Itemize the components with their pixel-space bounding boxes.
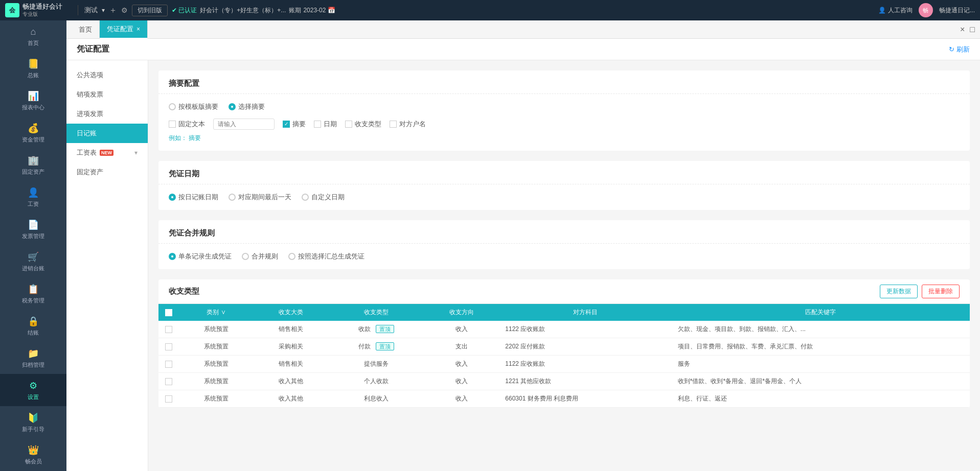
closing-icon: 🔒 [28, 316, 39, 327]
td-keyword-1: 项目、日常费用、报销款、车费、承兑汇票、付款 [672, 338, 970, 356]
sidebar-item-home[interactable]: ⌂ 首页 [0, 20, 66, 52]
tab-maximize-button[interactable]: □ [970, 25, 975, 34]
refresh-button[interactable]: ↻ 刷新 [949, 45, 970, 54]
table-row: 系统预置 销售相关 收款 置顶 收入 1122 应收账款 欠款、现金、项目款、到… [158, 321, 970, 338]
radio-journal-date[interactable]: 按日记账日期 [169, 193, 218, 202]
left-nav-fixed-assets[interactable]: 固定资产 [66, 162, 148, 182]
td-keyword-4: 利息、行证、返还 [672, 390, 970, 408]
table-row: 系统预置 收入其他 个人收款 收入 1221 其他应收款 收到*借款、收到*备用… [158, 373, 970, 390]
td-checkbox-3[interactable] [158, 373, 179, 390]
two-panel: 公共选项 销项发票 进项发票 日记账 工资表 NEW ▾ 固定资产 [66, 60, 980, 471]
th-account: 对方科目 [499, 304, 672, 321]
checkbox-fixed-text-box [169, 121, 176, 128]
sidebar-item-wizard[interactable]: 🔰 新手引导 [0, 406, 66, 438]
td-category-3: 系统预置 [179, 373, 254, 390]
new-badge: NEW [100, 150, 113, 156]
th-keyword: 匹配关键字 [672, 304, 970, 321]
left-nav-sales-invoice[interactable]: 销项发票 [66, 85, 148, 104]
radio-custom-date[interactable]: 自定义日期 [302, 193, 345, 202]
tag-top-1[interactable]: 置顶 [376, 342, 394, 350]
product-tags: 好会计（专）+好生意（标）+... [200, 6, 286, 15]
sidebar-item-invoice[interactable]: 📄 发票管理 [0, 213, 66, 245]
sidebar-item-archive[interactable]: 📁 归档管理 [0, 342, 66, 374]
radio-select[interactable]: 选择摘要 [229, 102, 265, 111]
radio-template-circle [169, 103, 176, 110]
radio-last-day[interactable]: 对应期间最后一天 [229, 193, 291, 202]
td-big-type-0: 销售相关 [254, 321, 328, 338]
content-area: 首页 凭证配置 × × □ 凭证配置 ↻ 刷新 公共选项 [66, 20, 980, 471]
td-checkbox-2[interactable] [158, 356, 179, 373]
td-account-4: 660301 财务费用 利息费用 [499, 390, 672, 408]
batch-delete-button[interactable]: 批量删除 [922, 285, 960, 298]
sidebar-item-tax[interactable]: 📋 税务管理 [0, 277, 66, 310]
td-checkbox-1[interactable] [158, 338, 179, 356]
merge-rules-body: 单条记录生成凭证 合并规则 按照选择汇总生成凭证 [158, 244, 970, 269]
checkbox-counterpart[interactable]: 对方户名 [390, 120, 426, 129]
service-button[interactable]: 👤 人工咨询 [878, 6, 913, 15]
settings-icon[interactable]: ⚙ [121, 6, 128, 14]
td-checkbox-0[interactable] [158, 321, 179, 338]
sidebar-item-assets[interactable]: 🏢 固定资产 [0, 149, 66, 181]
brand: 会 畅捷通好会计 专业版 [5, 3, 72, 18]
purchase-icon: 🛒 [28, 251, 39, 263]
radio-summary-gen[interactable]: 按照选择汇总生成凭证 [288, 252, 364, 261]
radio-merge[interactable]: 合并规则 [242, 252, 278, 261]
avatar[interactable]: 畅 [919, 3, 933, 17]
fixed-text-input[interactable] [213, 119, 275, 130]
sidebar-item-purchase[interactable]: 🛒 进销台账 [0, 245, 66, 277]
add-button[interactable]: ＋ [109, 5, 117, 16]
update-data-button[interactable]: 更新数据 [880, 285, 918, 298]
radio-summary-gen-circle [288, 253, 295, 260]
tab-close-icon[interactable]: × [136, 26, 140, 33]
summary-config-title: 摘要配置 [158, 70, 970, 94]
archive-icon: 📁 [28, 348, 39, 359]
checkbox-fixed-text[interactable]: 固定文本 [169, 120, 205, 129]
sidebar-item-settings[interactable]: ⚙ 设置 [0, 374, 66, 406]
td-small-type-1: 付款 置顶 [328, 338, 425, 356]
td-big-type-2: 销售相关 [254, 356, 328, 373]
reports-icon: 📊 [28, 90, 39, 102]
td-direction-4: 收入 [425, 390, 499, 408]
left-nav-journal[interactable]: 日记账 [66, 124, 148, 143]
tag-top-0[interactable]: 置顶 [376, 325, 394, 333]
checkbox-pay-type[interactable]: 收支类型 [345, 120, 381, 129]
td-small-type-2: 提供服务 [328, 356, 425, 373]
td-account-2: 1122 应收账款 [499, 356, 672, 373]
td-keyword-0: 欠款、现金、项目款、到款、报销款、汇入、... [672, 321, 970, 338]
switch-old-version-button[interactable]: 切到旧版 [132, 5, 168, 16]
td-checkbox-4[interactable] [158, 390, 179, 408]
sidebar-item-payroll[interactable]: 👤 工资 [0, 181, 66, 213]
voucher-date-body: 按日记账日期 对应期间最后一天 自定义日期 [158, 184, 970, 210]
left-nav-purchase-invoice[interactable]: 进项发票 [66, 104, 148, 124]
sidebar-item-closing[interactable]: 🔒 结账 [0, 310, 66, 342]
merge-rules-section: 凭证合并规则 单条记录生成凭证 合并规则 [158, 220, 970, 269]
td-direction-3: 收入 [425, 373, 499, 390]
sidebar-item-member[interactable]: 👑 畅会员 [0, 438, 66, 470]
tax-icon: 📋 [28, 284, 39, 295]
tab-close-button[interactable]: × [960, 25, 965, 34]
left-nav-public[interactable]: 公共选项 [66, 65, 148, 85]
radio-single[interactable]: 单条记录生成凭证 [169, 252, 232, 261]
tab-home[interactable]: 首页 [72, 20, 100, 39]
summary-checkbox-group: 固定文本 摘要 日期 [169, 119, 960, 130]
td-big-type-1: 采购相关 [254, 338, 328, 356]
table-header-row: 类别 ∨ 收支大类 收支类型 收支方向 对方科目 匹配关键字 [158, 304, 970, 321]
brand-text: 畅捷通好会计 专业版 [22, 3, 62, 18]
income-expense-header: 收支类型 更新数据 批量删除 [158, 279, 970, 304]
sidebar-item-ledger[interactable]: 📒 总账 [0, 52, 66, 84]
td-keyword-2: 服务 [672, 356, 970, 373]
td-big-type-4: 收入其他 [254, 390, 328, 408]
sidebar-item-reports[interactable]: 📊 报表中心 [0, 84, 66, 116]
test-dropdown[interactable]: ▾ [102, 7, 105, 14]
sidebar-item-funds[interactable]: 💰 资金管理 [0, 116, 66, 149]
tab-actions: × □ [960, 25, 975, 34]
tab-voucher-config[interactable]: 凭证配置 × [100, 20, 148, 39]
td-keyword-3: 收到*借款、收到*备用金、退回*备用金、个人 [672, 373, 970, 390]
td-big-type-3: 收入其他 [254, 373, 328, 390]
checkbox-date[interactable]: 日期 [314, 120, 337, 129]
left-nav-payroll-table[interactable]: 工资表 NEW ▾ [66, 143, 148, 162]
payroll-icon: 👤 [28, 187, 39, 198]
checkbox-summary[interactable]: 摘要 [283, 120, 306, 129]
page-title: 凭证配置 [77, 44, 109, 55]
radio-template[interactable]: 按模板版摘要 [169, 102, 218, 111]
